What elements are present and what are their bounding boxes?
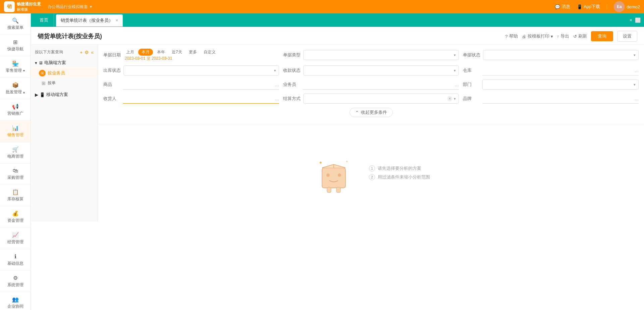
sidebar-item-cooperation[interactable]: 👥 企业协同 xyxy=(0,292,31,310)
warehouse-dots[interactable]: ... xyxy=(635,68,639,73)
step-1-num: 1 xyxy=(369,165,375,171)
empty-svg: ✦ ✦ xyxy=(312,151,356,195)
message-btn[interactable]: 💬 消息 xyxy=(555,4,570,10)
sidebar-item-wholesale[interactable]: 📦 批发管理 ▴ xyxy=(0,78,31,99)
salesman-dots[interactable]: ... xyxy=(455,82,459,87)
sidebar-item-sales[interactable]: 📊 销售管理 xyxy=(0,121,31,142)
user-menu[interactable]: Ea demo2 xyxy=(614,1,640,12)
receipt-status-dropdown[interactable]: ▾ xyxy=(303,65,459,75)
scheme-group-pc: ▾ 🖥 电脑端方案 按 按业务员 ⊞ xyxy=(31,58,98,88)
consignee-control[interactable]: ... xyxy=(123,94,279,104)
scheme-item-salesman[interactable]: 按 按业务员 xyxy=(31,68,98,79)
divider xyxy=(607,4,607,9)
date-this-year[interactable]: 本年 xyxy=(154,49,168,56)
receipt-status-arrow: ▾ xyxy=(454,68,456,73)
sidebar-item-business[interactable]: 📈 经营管理 xyxy=(0,228,31,249)
doc-type-arrow: ▾ xyxy=(454,53,456,57)
tab-bar: 首页 销货单统计表（按业务员） × × ⬜ xyxy=(31,13,644,27)
add-scheme-btn[interactable]: + xyxy=(80,50,83,55)
dept-arrow: ▾ xyxy=(634,83,636,87)
query-btn[interactable]: 查询 xyxy=(591,31,613,41)
export-icon: ↑ xyxy=(557,34,559,39)
sidebar-item-ecommerce[interactable]: 🛒 电商管理 xyxy=(0,142,31,164)
warehouse-control[interactable]: ... xyxy=(482,65,639,75)
collapse-up-icon: ⌃ xyxy=(355,110,359,115)
logo: 销 畅捷通好生意 标准版 xyxy=(4,1,41,12)
salesman-circle-icon: 按 xyxy=(39,70,46,76)
dept-field: 部门 ▾ xyxy=(463,80,639,90)
left-panel-icons: + ⚙ « xyxy=(80,50,94,55)
tab-close-btn[interactable]: × xyxy=(116,18,118,23)
scheme-group-pc-header[interactable]: ▾ 🖥 电脑端方案 xyxy=(31,58,98,68)
scheme-settings-btn[interactable]: ⚙ xyxy=(85,50,89,55)
date-more[interactable]: 更多 xyxy=(186,49,200,56)
basic-icon: ℹ xyxy=(14,253,16,260)
empty-step-1: 1 请先选择要分析的方案 xyxy=(369,165,430,171)
print-btn[interactable]: 🖨 按模板打印 ▾ xyxy=(522,33,553,39)
doc-status-dropdown[interactable]: ▾ xyxy=(483,50,639,60)
sales-icon: 📊 xyxy=(12,125,19,131)
ecommerce-icon: 🛒 xyxy=(12,146,19,153)
brand-control[interactable]: ... xyxy=(482,94,639,104)
product-control[interactable]: ... xyxy=(123,80,279,90)
consignee-input[interactable] xyxy=(123,96,275,101)
logo-icon: 销 xyxy=(4,1,15,12)
consignee-dots[interactable]: ... xyxy=(275,96,279,101)
scheme-item-order[interactable]: ⊞ 按单 xyxy=(31,79,98,88)
settlement-clear-btn[interactable]: × xyxy=(447,96,452,101)
settings-btn[interactable]: 设置 xyxy=(617,31,637,42)
out-status-field: 出库状态 ▾ xyxy=(103,65,279,75)
out-status-label: 出库状态 xyxy=(103,67,121,73)
search-icon: 🔍 xyxy=(12,17,19,24)
window-close-btn[interactable]: × xyxy=(630,17,632,23)
cooperation-icon: 👥 xyxy=(12,296,19,303)
brand-dots[interactable]: ... xyxy=(635,96,639,101)
sidebar-item-basic[interactable]: ℹ 基础信息 xyxy=(0,249,31,271)
app-download-btn[interactable]: 📱 App下载 xyxy=(577,4,600,10)
collapse-panel-btn[interactable]: « xyxy=(91,50,94,55)
dept-dropdown[interactable]: ▾ xyxy=(482,80,639,90)
doc-status-arrow: ▾ xyxy=(634,53,636,57)
wholesale-icon: 📦 xyxy=(12,82,19,88)
help-btn[interactable]: ? 帮助 xyxy=(505,33,518,39)
left-panel-title: 按以下方案查询 + ⚙ « xyxy=(31,48,98,58)
scheme-group-mobile-header[interactable]: ▶ 📱 移动端方案 xyxy=(31,90,98,100)
sidebar-item-quicknav[interactable]: ⊞ 快捷导航 xyxy=(0,35,31,56)
refresh-btn[interactable]: ↺ 刷新 xyxy=(573,33,587,39)
sidebar-item-inventory[interactable]: 📋 库存核算 xyxy=(0,185,31,206)
page-content: 销货单统计表(按业务员) ? 帮助 🖨 按模板打印 ▾ ↑ xyxy=(31,27,644,310)
collapse-btn[interactable]: ⌃ 收起更多条件 xyxy=(350,108,393,117)
avatar: Ea xyxy=(614,1,625,12)
date-7days[interactable]: 近7天 xyxy=(169,49,185,56)
product-dots[interactable]: ... xyxy=(275,82,279,87)
date-custom[interactable]: 自定义 xyxy=(201,49,218,56)
out-status-dropdown[interactable]: ▾ xyxy=(123,65,279,75)
sidebar-item-search[interactable]: 🔍 搜索菜单 xyxy=(0,13,31,35)
tab-active[interactable]: 销货单统计表（按业务员） × xyxy=(56,14,123,27)
mobile-group-arrow: ▶ xyxy=(35,92,38,97)
window-maximize-btn[interactable]: ⬜ xyxy=(635,17,641,23)
export-btn[interactable]: ↑ 导出 xyxy=(557,33,570,39)
top-bar-actions: 💬 消息 📱 App下载 Ea demo2 xyxy=(555,1,640,12)
empty-step-2: 2 用过滤条件来缩小分析范围 xyxy=(369,174,430,180)
sidebar-item-retail[interactable]: 🏪 零售管理 ▾ xyxy=(0,56,31,78)
dropdown-arrow-title[interactable]: ▾ xyxy=(90,4,92,9)
top-bar: 销 畅捷通好生意 标准版 办公用品行业模拟账套 ▾ 💬 消息 📱 App下载 E… xyxy=(0,0,644,13)
sidebar-item-finance[interactable]: 💰 资金管理 xyxy=(0,206,31,228)
tab-home[interactable]: 首页 xyxy=(34,13,54,27)
brand-label: 品牌 xyxy=(463,96,480,102)
doc-type-dropdown[interactable]: ▾ xyxy=(303,50,459,60)
settlement-dropdown[interactable]: × ▾ xyxy=(303,94,459,104)
brand-name: 畅捷通好生意 xyxy=(17,1,41,7)
empty-illustration: ✦ ✦ xyxy=(312,151,356,195)
sidebar-item-system[interactable]: ⚙ 系统管理 xyxy=(0,271,31,292)
date-last-month[interactable]: 上月 xyxy=(123,49,137,56)
window-controls: × ⬜ xyxy=(630,17,641,23)
svg-rect-6 xyxy=(336,187,340,193)
salesman-control[interactable]: ... xyxy=(303,80,459,90)
date-this-month[interactable]: 本月 xyxy=(138,49,153,56)
sidebar-item-purchase[interactable]: 🛍 采购管理 xyxy=(0,164,31,185)
message-icon: 💬 xyxy=(555,4,560,9)
sidebar-item-marketing[interactable]: 📢 营销推广 xyxy=(0,99,31,121)
settlement-label: 结算方式 xyxy=(283,96,301,102)
